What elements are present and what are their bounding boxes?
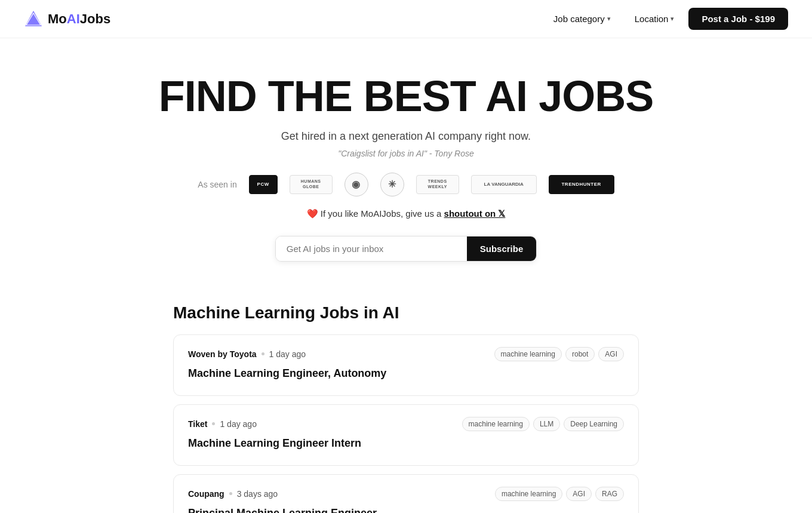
tag: machine learning — [495, 487, 562, 501]
media-logo-trendhunter: TRENDHUNTER — [549, 175, 614, 194]
job-meta: Coupang 3 days ago — [188, 489, 278, 499]
jobs-section: Machine Learning Jobs in AI Woven by Toy… — [161, 303, 651, 513]
shoutout-row: ❤️ If you like MoAIJobs, give us a shout… — [12, 208, 800, 219]
chevron-down-icon: ▾ — [670, 15, 674, 23]
brand-logo[interactable]: MoAIJobs — [24, 10, 110, 29]
shoutout-prefix: ❤️ If you like MoAIJobs, give us a — [307, 208, 442, 219]
post-job-button[interactable]: Post a Job - $199 — [688, 8, 788, 30]
job-title: Principal Machine Learning Engineer — [188, 507, 624, 513]
logo-icon — [24, 10, 43, 29]
tag: machine learning — [462, 417, 530, 431]
tag: LLM — [533, 417, 560, 431]
job-title: Machine Learning Engineer Intern — [188, 437, 624, 450]
subscribe-button[interactable]: Subscribe — [467, 236, 537, 261]
job-card-header: Tiket 1 day ago machine learning LLM Dee… — [188, 417, 624, 431]
brand-name: MoAIJobs — [48, 11, 110, 27]
media-logo-star: ✳ — [380, 173, 404, 196]
navbar: MoAIJobs Job category ▾ Location ▾ Post … — [0, 0, 812, 38]
media-logo-la-vanguardia: LA VANGUARDIA — [471, 175, 537, 194]
hero-quote: "Craigslist for jobs in AI" - Tony Rose — [12, 149, 800, 158]
hero-subtitle: Get hired in a next generation AI compan… — [12, 130, 800, 143]
media-logo-trends-weekly: TRENDSWEEKLY — [416, 175, 459, 194]
job-tags: machine learning AGI RAG — [495, 487, 624, 501]
job-time: 3 days ago — [237, 489, 278, 499]
job-company: Coupang — [188, 489, 224, 499]
chevron-down-icon: ▾ — [607, 15, 611, 23]
job-time: 1 day ago — [220, 419, 257, 429]
dot-separator — [229, 492, 232, 495]
job-tags: machine learning robot AGI — [494, 347, 624, 361]
tag: AGI — [598, 347, 624, 361]
subscribe-row: Subscribe — [12, 236, 800, 262]
tag: machine learning — [494, 347, 562, 361]
job-card-header: Woven by Toyota 1 day ago machine learni… — [188, 347, 624, 361]
media-logo-circle: ◉ — [345, 173, 368, 196]
tag: robot — [565, 347, 595, 361]
as-seen-in-row: As seen in PCW HUMANSGLOBE ◉ ✳ TRENDSWEE… — [12, 173, 800, 196]
as-seen-label: As seen in — [198, 180, 236, 189]
hero-title: FIND THE BEST AI JOBS — [12, 74, 800, 119]
job-tags: machine learning LLM Deep Learning — [462, 417, 624, 431]
tag: AGI — [566, 487, 592, 501]
media-logo-humans-globe: HUMANSGLOBE — [290, 175, 333, 194]
job-title: Machine Learning Engineer, Autonomy — [188, 367, 624, 380]
dot-separator — [262, 352, 264, 355]
job-company: Woven by Toyota — [188, 349, 257, 359]
job-company: Tiket — [188, 419, 207, 429]
job-time: 1 day ago — [269, 349, 306, 359]
job-card[interactable]: Coupang 3 days ago machine learning AGI … — [173, 474, 639, 513]
dot-separator — [212, 422, 215, 425]
tag: Deep Learning — [564, 417, 624, 431]
section-title: Machine Learning Jobs in AI — [173, 303, 639, 322]
email-input[interactable] — [276, 236, 467, 261]
nav-right: Job category ▾ Location ▾ Post a Job - $… — [544, 8, 788, 30]
job-card-header: Coupang 3 days ago machine learning AGI … — [188, 487, 624, 501]
location-button[interactable]: Location ▾ — [625, 9, 684, 29]
media-logo-pcw: PCW — [249, 175, 278, 194]
job-category-button[interactable]: Job category ▾ — [544, 9, 620, 29]
job-meta: Woven by Toyota 1 day ago — [188, 349, 306, 359]
job-meta: Tiket 1 day ago — [188, 419, 257, 429]
job-card[interactable]: Woven by Toyota 1 day ago machine learni… — [173, 334, 639, 396]
tag: RAG — [595, 487, 624, 501]
subscribe-form: Subscribe — [275, 236, 537, 262]
job-card[interactable]: Tiket 1 day ago machine learning LLM Dee… — [173, 404, 639, 466]
hero-section: FIND THE BEST AI JOBS Get hired in a nex… — [0, 38, 812, 303]
shoutout-link[interactable]: shoutout on 𝕏 — [444, 208, 506, 219]
